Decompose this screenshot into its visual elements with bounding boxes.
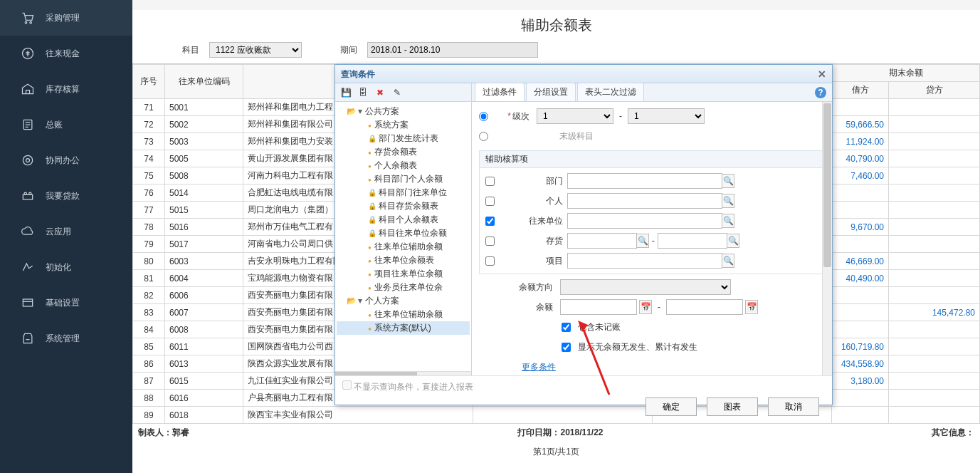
aux-input[interactable] [567, 253, 722, 269]
aux-input[interactable] [567, 233, 637, 249]
tree-node[interactable]: 存货余额表 [337, 145, 470, 159]
sidebar-item-cash[interactable]: 往来现金 [0, 36, 132, 71]
leaf-radio[interactable] [479, 132, 488, 141]
amt-to[interactable] [666, 299, 743, 315]
svg-point-1 [30, 21, 32, 23]
tree-toolbar: 💾 🗄 ✖ ✎ [335, 83, 471, 102]
tree-node[interactable]: 系统方案 [337, 118, 470, 132]
sidebar-item-inventory[interactable]: 库存核算 [0, 71, 132, 107]
edit-icon[interactable]: ✎ [391, 86, 404, 99]
tree-node[interactable]: 科目往来单位余额 [337, 227, 470, 240]
aux-input[interactable] [567, 213, 722, 229]
subject-label: 科目 [182, 44, 199, 56]
level-to[interactable]: 1 [628, 108, 705, 124]
aux-input[interactable] [567, 173, 722, 189]
level-from[interactable]: 1 [537, 108, 613, 124]
col-end: 期末余额 [832, 65, 980, 82]
tree-node[interactable]: 项目往来单位余额 [337, 267, 470, 281]
aux-check[interactable] [485, 197, 495, 206]
form-scrollbar[interactable] [822, 102, 832, 375]
sidebar-item-purchase[interactable]: 采购管理 [0, 0, 132, 36]
sidebar-item-basic[interactable]: 基础设置 [0, 285, 132, 321]
form-pane: 过滤条件 分组设置 表头二次过滤 ? 级次 1 - 1 末级科目 辅助 [472, 83, 832, 375]
noshow-check[interactable] [342, 380, 352, 390]
svg-point-4 [23, 155, 32, 165]
sidebar-item-loan[interactable]: 我要贷款 [0, 178, 132, 214]
tree-node[interactable]: 部门发生统计表 [337, 132, 470, 145]
aux-check[interactable] [485, 256, 495, 266]
tree-node[interactable]: 个人余额表 [337, 159, 470, 172]
aux-check[interactable] [485, 217, 495, 226]
lookup-icon[interactable]: 🔍 [636, 234, 649, 248]
cancel-button[interactable]: 取消 [768, 397, 819, 416]
tab-filter[interactable]: 过滤条件 [475, 83, 525, 101]
tree-node[interactable]: 科目部门个人余额 [337, 172, 470, 186]
lookup-icon[interactable]: 🔍 [722, 214, 734, 228]
tab-group[interactable]: 分组设置 [526, 83, 576, 101]
ok-button[interactable]: 确定 [646, 397, 697, 416]
sidebar-item-collab[interactable]: 协同办公 [0, 142, 132, 178]
menubar [132, 0, 980, 10]
tree-node[interactable]: 科目存货余额表 [337, 199, 470, 213]
settings-icon [20, 295, 36, 311]
tree-node[interactable]: 科目部门往来单位 [337, 186, 470, 199]
aux-check[interactable] [485, 236, 495, 246]
sidebar-item-init[interactable]: 初始化 [0, 249, 132, 285]
help-icon[interactable]: ? [815, 87, 826, 98]
aux-input[interactable] [567, 193, 722, 209]
sidebar-item-cloud[interactable]: 云应用 [0, 214, 132, 249]
aux-row: 个人🔍 [485, 191, 818, 211]
aux-check[interactable] [485, 177, 495, 186]
tree-node[interactable]: ▾公共方案 [337, 105, 470, 118]
lookup-icon[interactable]: 🔍 [727, 234, 739, 248]
ledger-icon [20, 117, 36, 132]
subject-select[interactable]: 1122 应收账款 [209, 42, 302, 58]
dir-select[interactable] [560, 279, 731, 295]
sidebar-label: 云应用 [46, 226, 71, 238]
chk1-label: 包含未记账 [578, 321, 621, 333]
tree-node[interactable]: 往来单位辅助余额 [337, 240, 470, 254]
dialog-titlebar[interactable]: 查询条件 ✕ [335, 65, 832, 83]
lookup-icon[interactable]: 🔍 [722, 194, 734, 208]
tree-hscroll[interactable] [335, 371, 471, 375]
sidebar-item-ledger[interactable]: 总账 [0, 107, 132, 142]
close-icon[interactable]: ✕ [818, 65, 826, 83]
sidebar-item-sysmgr[interactable]: 系统管理 [0, 321, 132, 356]
tree-node[interactable]: 往来单位余额表 [337, 254, 470, 267]
more-link[interactable]: 更多条件 [522, 361, 556, 373]
col-code: 往来单位编码 [165, 65, 243, 99]
delete-icon[interactable]: ✖ [374, 86, 386, 99]
report-footer: 制表人：郭睿 打印日期：2018/11/22 其它信息： [132, 424, 980, 442]
period-input[interactable] [367, 42, 538, 58]
save-icon[interactable]: 💾 [339, 86, 352, 99]
dir-label: 余额方向 [479, 281, 557, 293]
dialog-title: 查询条件 [341, 65, 375, 83]
tree-node[interactable]: 系统方案(默认) [337, 321, 470, 335]
level-label: 级次 [491, 110, 534, 123]
date-icon[interactable]: 📅 [639, 300, 652, 314]
svg-point-7 [24, 192, 26, 194]
save-as-icon[interactable]: 🗄 [357, 86, 369, 99]
date-icon[interactable]: 📅 [745, 300, 758, 314]
tree-node[interactable]: 业务员往来单位余 [337, 281, 470, 294]
svg-rect-9 [23, 299, 32, 306]
tree-node[interactable]: 科目个人余额表 [337, 213, 470, 227]
show-zero-check[interactable] [562, 343, 571, 352]
scheme-tree[interactable]: ▾公共方案系统方案部门发生统计表存货余额表个人余额表科目部门个人余额科目部门往来… [335, 102, 471, 371]
loan-icon [20, 188, 36, 204]
sidebar-label: 初始化 [46, 261, 71, 274]
aux-input[interactable] [658, 233, 727, 249]
lookup-icon[interactable]: 🔍 [722, 254, 734, 268]
amt-from[interactable] [560, 299, 637, 315]
sidebar-label: 采购管理 [46, 12, 80, 24]
level-radio[interactable] [479, 112, 488, 121]
pager: 第1页/共1页 [132, 442, 980, 458]
lookup-icon[interactable]: 🔍 [722, 174, 734, 188]
sidebar-label: 库存核算 [46, 83, 80, 95]
tab-header[interactable]: 表头二次过滤 [577, 83, 644, 101]
tree-node[interactable]: ▾个人方案 [337, 294, 470, 308]
chart-button[interactable]: 图表 [707, 397, 758, 416]
sidebar-label: 系统管理 [46, 333, 80, 345]
tree-node[interactable]: 往来单位辅助余额 [337, 308, 470, 321]
include-unposted-check[interactable] [562, 323, 571, 332]
